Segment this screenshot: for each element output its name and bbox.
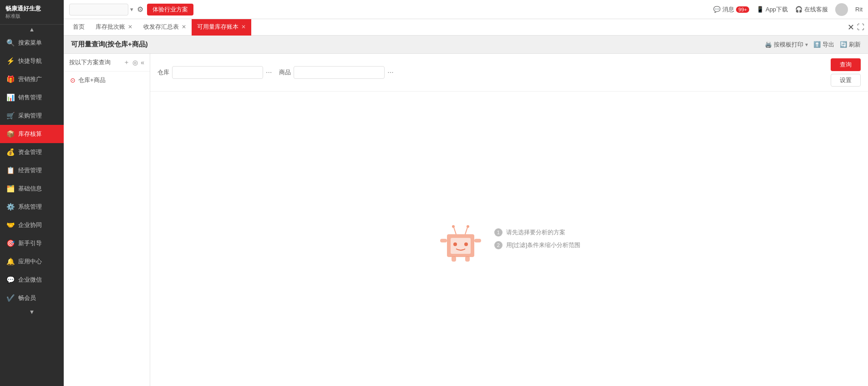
- sidebar-item-label: 企业协同: [18, 221, 42, 229]
- dropdown-icon[interactable]: ▾: [130, 6, 133, 13]
- tab-available-stock[interactable]: 可用量库存账本 ✕: [192, 19, 251, 36]
- username: Rit: [855, 6, 863, 13]
- sidebar: 畅康通好生意 标准版 ▲ 🔍 搜索菜单 ⚡ 快捷导航 🎁 营销推广 📊 销售管理…: [0, 0, 64, 386]
- settings-button[interactable]: 设置: [831, 74, 861, 87]
- main-area: ▾ ⚙ 体验行业方案 💬 消息 99+ 📱 App下载 🎧 在线客服 Rit: [64, 0, 868, 386]
- sidebar-item-purchase[interactable]: 🛒 采购管理: [0, 107, 64, 125]
- tip-text-2: 用[过滤]条件来缩小分析范围: [506, 241, 580, 249]
- refresh-button[interactable]: 🔄 刷新: [840, 41, 861, 49]
- sidebar-item-search[interactable]: 🔍 搜索菜单: [0, 34, 64, 52]
- print-icon: 🖨️: [765, 41, 772, 48]
- sidebar-item-marketing[interactable]: 🎁 营销推广: [0, 70, 64, 88]
- sidebar-item-label: 基础信息: [18, 185, 42, 193]
- svg-rect-1: [451, 238, 471, 254]
- sidebar-item-system[interactable]: ⚙️ 系统管理: [0, 198, 64, 216]
- sidebar-item-label: 应用中心: [18, 257, 42, 266]
- tab-summary-label: 收发存汇总表: [143, 23, 179, 31]
- sidebar-item-member[interactable]: ✔️ 畅会员: [0, 289, 64, 307]
- collab-icon: 🤝: [6, 221, 15, 229]
- product-label: 商品: [279, 68, 291, 77]
- scheme-item-warehouse-product[interactable]: ⊙ 仓库+商品: [64, 72, 150, 89]
- product-input[interactable]: [294, 66, 385, 79]
- sidebar-scroll-up[interactable]: ▲: [0, 25, 64, 34]
- page-header-actions: 🖨️ 按模板打印 ▾ ⬆️ 导出 🔄 刷新: [765, 41, 861, 49]
- tab-home[interactable]: 首页: [67, 19, 90, 36]
- message-button[interactable]: 💬 消息 99+: [713, 5, 749, 14]
- collapse-icon[interactable]: «: [141, 59, 144, 66]
- message-badge: 99+: [736, 6, 749, 13]
- sidebar-item-label: 经营管理: [18, 166, 42, 175]
- tabs-bar: 首页 库存批次账 ✕ 收发存汇总表 ✕ 可用量库存账本 ✕ ✕ ⛶: [64, 19, 868, 36]
- sidebar-item-label: 企业微信: [18, 276, 42, 284]
- app-download-button[interactable]: 📱 App下载: [756, 5, 788, 14]
- guide-icon: 🎯: [6, 239, 15, 247]
- sidebar-logo: 畅康通好生意 标准版: [0, 0, 64, 25]
- service-button[interactable]: 🎧 在线客服: [795, 5, 828, 14]
- warehouse-more-icon[interactable]: ···: [266, 68, 272, 77]
- message-label: 消息: [722, 5, 734, 14]
- empty-tip-2: 2 用[过滤]条件来缩小分析范围: [494, 241, 580, 249]
- settings-icon[interactable]: ◎: [132, 59, 138, 66]
- scheme-label: 仓库+商品: [78, 76, 106, 84]
- search-icon: 🔍: [6, 39, 15, 47]
- tip-text-1: 请先选择要分析的方案: [506, 228, 565, 237]
- sidebar-item-operations[interactable]: 📋 经营管理: [0, 161, 64, 180]
- system-icon: ⚙️: [6, 203, 15, 211]
- add-icon[interactable]: ＋: [123, 58, 130, 67]
- close-icon[interactable]: ✕: [182, 24, 186, 30]
- sidebar-item-finance[interactable]: 💰 资金管理: [0, 143, 64, 161]
- sidebar-item-label: 系统管理: [18, 203, 42, 211]
- svg-line-8: [454, 227, 456, 234]
- sidebar-item-basic-info[interactable]: 🗂️ 基础信息: [0, 180, 64, 198]
- sidebar-item-label: 销售管理: [18, 93, 42, 102]
- trial-button[interactable]: 体验行业方案: [147, 4, 193, 15]
- app-center-icon: 🔔: [6, 257, 15, 266]
- avatar[interactable]: [835, 3, 848, 16]
- service-icon: 🎧: [795, 6, 802, 13]
- query-button[interactable]: 查询: [831, 58, 861, 71]
- tabs-expand-button[interactable]: ⛶: [857, 23, 864, 31]
- product-more-icon[interactable]: ···: [387, 68, 393, 77]
- sidebar-item-inventory[interactable]: 📦 库存核算: [0, 125, 64, 143]
- svg-rect-7: [465, 256, 470, 262]
- close-icon[interactable]: ✕: [241, 24, 246, 30]
- warehouse-input[interactable]: [172, 66, 263, 79]
- empty-tips: 1 请先选择要分析的方案 2 用[过滤]条件来缩小分析范围: [494, 228, 580, 249]
- svg-rect-5: [474, 239, 481, 242]
- topbar-search-area: ▾: [69, 4, 133, 15]
- svg-rect-6: [452, 256, 456, 262]
- sidebar-item-label: 畅会员: [18, 294, 36, 302]
- sidebar-item-guide[interactable]: 🎯 新手引导: [0, 234, 64, 252]
- tab-available-stock-label: 可用量库存账本: [197, 23, 239, 31]
- sidebar-item-collab[interactable]: 🤝 企业协同: [0, 216, 64, 234]
- operations-icon: 📋: [6, 166, 15, 175]
- sidebar-item-label: 资金管理: [18, 148, 42, 156]
- app-download-label: App下载: [766, 5, 788, 14]
- print-button[interactable]: 🖨️ 按模板打印 ▾: [765, 41, 808, 49]
- sidebar-item-quicknav[interactable]: ⚡ 快捷导航: [0, 52, 64, 70]
- left-panel: 按以下方案查询 ＋ ◎ « ⊙ 仓库+商品: [64, 54, 150, 386]
- page-header: 可用量查询(按仓库+商品) 🖨️ 按模板打印 ▾ ⬆️ 导出 🔄 刷新: [64, 36, 868, 54]
- tab-batch-account[interactable]: 库存批次账 ✕: [90, 19, 138, 36]
- tabs-close-button[interactable]: ✕: [848, 22, 854, 32]
- print-dropdown-icon[interactable]: ▾: [805, 41, 808, 48]
- export-button[interactable]: ⬆️ 导出: [813, 41, 834, 49]
- sidebar-item-label: 营销推广: [18, 75, 42, 83]
- tabs-actions: ✕ ⛶: [848, 22, 864, 32]
- tip-num-1: 1: [494, 228, 503, 237]
- refresh-label: 刷新: [849, 41, 861, 49]
- left-panel-icons: ＋ ◎ «: [123, 58, 144, 67]
- close-icon[interactable]: ✕: [128, 24, 132, 30]
- content-area: 按以下方案查询 ＋ ◎ « ⊙ 仓库+商品 仓库 ···: [64, 54, 868, 386]
- service-label: 在线客服: [804, 5, 828, 14]
- sidebar-item-label: 库存核算: [18, 130, 42, 138]
- search-input[interactable]: [69, 4, 128, 15]
- sidebar-item-wechat[interactable]: 💬 企业微信: [0, 271, 64, 289]
- tab-summary[interactable]: 收发存汇总表 ✕: [138, 19, 192, 36]
- sidebar-item-sales[interactable]: 📊 销售管理: [0, 88, 64, 107]
- tip-num-2: 2: [494, 241, 503, 249]
- message-icon: 💬: [713, 6, 721, 13]
- sidebar-item-app-center[interactable]: 🔔 应用中心: [0, 252, 64, 271]
- settings-icon[interactable]: ⚙: [137, 5, 143, 14]
- sidebar-scroll-down[interactable]: ▼: [0, 307, 64, 316]
